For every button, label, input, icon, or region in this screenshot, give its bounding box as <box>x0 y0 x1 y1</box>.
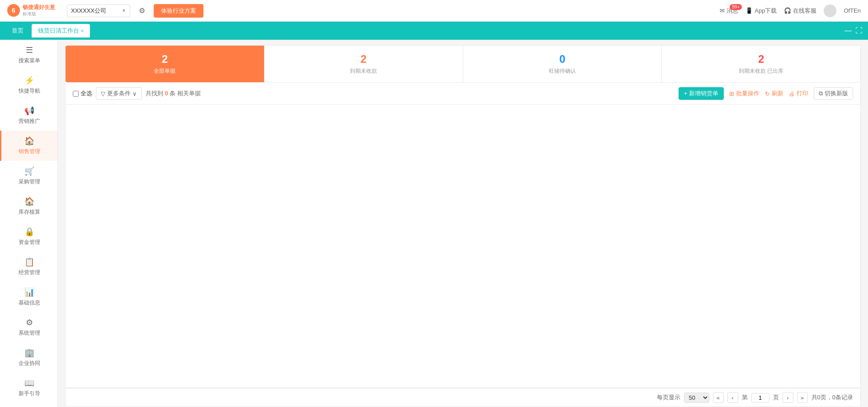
print-icon: 🖨 <box>789 90 795 97</box>
sidebar-item-enterprise[interactable]: 🏢 企业协同 <box>0 342 57 373</box>
sidebar-label-purchase: 采购管理 <box>19 178 40 186</box>
last-page-icon: » <box>801 394 804 401</box>
sidebar-label-enterprise: 企业协同 <box>19 360 40 367</box>
nav-expand-button[interactable]: ⛶ <box>855 27 863 35</box>
sidebar-item-marketing[interactable]: 📢 营销推广 <box>0 100 57 131</box>
add-sales-button[interactable]: + 新增销货单 <box>679 87 724 100</box>
stat-label-overdue-outbound: 到期未收款 已出库 <box>671 67 851 75</box>
stat-card-overdue-outbound[interactable]: 2 到期未收款 已出库 <box>662 46 860 82</box>
sidebar-item-sales[interactable]: 🏠 销售管理 <box>0 131 57 161</box>
online-service-action[interactable]: 🎧 在线客服 <box>784 7 816 15</box>
print-button[interactable]: 🖨 打印 <box>789 89 808 98</box>
sidebar-item-quick-nav[interactable]: ⚡ 快捷导航 <box>0 70 57 100</box>
top-bar: 6 畅捷通好生意 标准版 XXXXXX公司 ▼ ⚙ 体验行业方案 ✉ 消息 99… <box>0 0 868 22</box>
sidebar-label-basic-info: 基础信息 <box>19 299 40 307</box>
toolbar: 全选 ▽ 更多条件 ∨ 共找到 0 条 相关单据 + 新增销货单 ⊞ 批量操作 <box>65 83 861 105</box>
sidebar-item-system[interactable]: ⚙ 系统管理 <box>0 312 57 342</box>
sidebar-label-sales: 销售管理 <box>19 148 40 155</box>
enterprise-icon: 🏢 <box>24 348 34 358</box>
stat-num-all: 2 <box>75 53 255 65</box>
stat-card-all[interactable]: 2 全部单据 <box>66 46 264 82</box>
message-action[interactable]: ✉ 消息 99+ <box>720 7 738 15</box>
select-all-group: 全选 <box>73 89 92 98</box>
settings-icon[interactable]: ⚙ <box>136 5 148 17</box>
sidebar-label-guide: 新手引导 <box>19 390 40 398</box>
switch-version-button[interactable]: ⧉ 切换新版 <box>814 87 853 100</box>
sidebar-label-inventory: 库存核算 <box>19 208 40 216</box>
tab-active[interactable]: 钱货日清工作台 × <box>32 24 90 37</box>
tab-close-icon[interactable]: × <box>81 28 84 33</box>
guide-icon: 📖 <box>24 378 34 388</box>
company-name: XXXXXX公司 <box>71 7 120 15</box>
finance-icon: 🔒 <box>24 227 34 237</box>
sidebar-label-quick-nav: 快捷导航 <box>19 87 40 95</box>
batch-label: 批量操作 <box>736 89 760 98</box>
sidebar-item-search-menu[interactable]: ☰ 搜索菜单 <box>0 40 57 70</box>
prev-page-button[interactable]: ‹ <box>727 392 738 403</box>
sidebar-item-inventory[interactable]: 🏠 库存核算 <box>0 191 57 221</box>
filter-label: 更多条件 <box>107 89 131 98</box>
logo-text-group: 畅捷通好生意 标准版 <box>23 4 55 17</box>
search-menu-icon: ☰ <box>26 45 33 55</box>
refresh-icon: ↻ <box>765 90 770 97</box>
purchase-icon: 🛒 <box>24 166 34 176</box>
sidebar-item-purchase[interactable]: 🛒 采购管理 <box>0 161 57 191</box>
online-service-label: 在线客服 <box>793 7 816 15</box>
page-label-text: 第 <box>742 393 748 402</box>
online-service-icon: 🎧 <box>784 7 791 14</box>
next-page-icon: › <box>787 394 788 401</box>
company-selector[interactable]: XXXXXX公司 ▼ <box>67 5 130 17</box>
trial-button[interactable]: 体验行业方案 <box>154 4 203 18</box>
print-label: 打印 <box>797 89 808 98</box>
content-area: 2 全部单据 2 到期未收款 0 旺辅待确认 2 到期未收款 已出库 全选 <box>58 40 868 407</box>
tab-home-label: 首页 <box>12 27 24 35</box>
sidebar-item-app-center[interactable]: 📦 应用中心 <box>0 403 57 407</box>
filter-icon: ▽ <box>101 90 105 97</box>
page-size-label: 每页显示 <box>657 393 680 402</box>
app-version: 标准版 <box>23 11 55 17</box>
stat-card-overdue-unpaid[interactable]: 2 到期未收款 <box>264 46 463 82</box>
sidebar-item-guide[interactable]: 📖 新手引导 <box>0 373 57 403</box>
stat-card-wangpu[interactable]: 0 旺辅待确认 <box>463 46 662 82</box>
sidebar-item-finance[interactable]: 🔒 资金管理 <box>0 221 57 252</box>
switch-label: 切换新版 <box>825 89 848 98</box>
nav-expand-actions: — ⛶ <box>844 27 863 35</box>
select-all-checkbox[interactable] <box>73 91 79 97</box>
last-page-button[interactable]: » <box>797 392 808 403</box>
page-suffix: 页 <box>773 393 779 402</box>
prev-page-icon: ‹ <box>731 394 733 401</box>
nav-minimize-button[interactable]: — <box>844 27 852 35</box>
stat-label-overdue-unpaid: 到期未收款 <box>274 67 454 75</box>
batch-operation-button[interactable]: ⊞ 批量操作 <box>729 89 760 98</box>
basic-info-icon: 📊 <box>24 287 34 297</box>
app-download-label: App下载 <box>755 7 777 15</box>
first-page-button[interactable]: « <box>713 392 724 403</box>
sidebar-item-basic-info[interactable]: 📊 基础信息 <box>0 282 57 312</box>
refresh-button[interactable]: ↻ 刷新 <box>765 89 783 98</box>
page-total: 共0页，0条记录 <box>811 393 853 402</box>
pagination: 每页显示 50 20 100 « ‹ 第 页 › » 共0页，0条记录 <box>65 388 861 407</box>
sidebar-item-operations[interactable]: 📋 经营管理 <box>0 252 57 282</box>
sidebar-label-finance: 资金管理 <box>19 239 40 246</box>
switch-icon: ⧉ <box>819 90 823 97</box>
tab-home[interactable]: 首页 <box>5 24 30 37</box>
page-number-input[interactable] <box>751 393 769 402</box>
stat-num-overdue-outbound: 2 <box>671 53 851 65</box>
top-right-actions: ✉ 消息 99+ 📱 App下载 🎧 在线客服 OfTEn <box>720 5 861 17</box>
app-download-action[interactable]: 📱 App下载 <box>745 7 777 15</box>
sidebar-label-operations: 经营管理 <box>19 269 40 276</box>
next-page-button[interactable]: › <box>783 392 793 403</box>
batch-icon: ⊞ <box>729 90 734 97</box>
sidebar: ☰ 搜索菜单 ⚡ 快捷导航 📢 营销推广 🏠 销售管理 🛒 采购管理 🏠 库存核… <box>0 40 58 407</box>
logo-icon: 6 <box>7 4 20 17</box>
nav-tabs: 首页 钱货日清工作台 × — ⛶ <box>0 22 868 40</box>
avatar[interactable] <box>824 5 836 17</box>
quick-nav-icon: ⚡ <box>24 75 34 85</box>
page-size-select[interactable]: 50 20 100 <box>684 393 709 403</box>
filter-button[interactable]: ▽ 更多条件 ∨ <box>96 87 142 100</box>
marketing-icon: 📢 <box>24 106 34 116</box>
sidebar-label-system: 系统管理 <box>19 329 40 337</box>
company-chevron-icon: ▼ <box>122 8 126 13</box>
tab-active-label: 钱货日清工作台 <box>38 27 79 35</box>
app-name: 畅捷通好生意 <box>23 4 55 10</box>
